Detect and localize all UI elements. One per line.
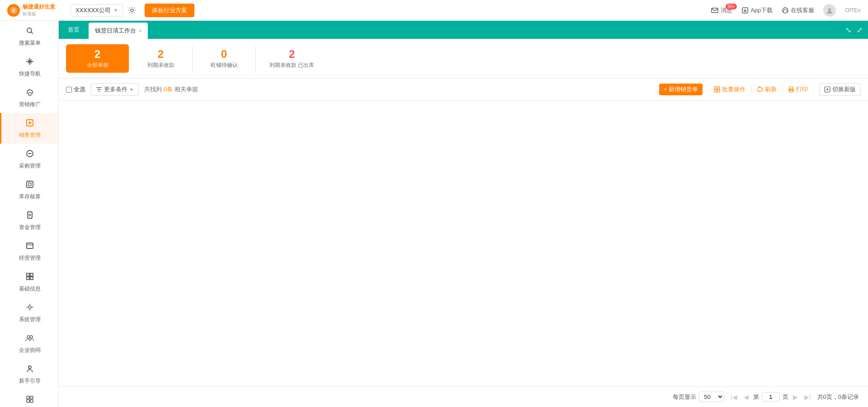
next-page-button[interactable]: ▶ <box>791 393 800 402</box>
sidebar-item-quicknav[interactable]: 快捷导航 <box>0 51 58 82</box>
sidebar-item-purchase[interactable]: 采购管理 <box>0 144 58 174</box>
finance-icon <box>25 211 34 222</box>
top-header: 6 畅捷通好生意 标准版 XXXXXX公司 ▼ 体验行业方案 消息 99+ <box>0 0 868 21</box>
page-input[interactable] <box>762 392 780 402</box>
marketing-icon <box>25 88 34 99</box>
tab-expand-icon[interactable]: ⤢ <box>855 24 864 36</box>
stat-card-shipped[interactable]: 2 到期未收款 已出库 <box>256 44 328 73</box>
svg-rect-14 <box>27 243 33 248</box>
prev-page-button[interactable]: ◀ <box>742 393 750 402</box>
logo-text: 畅捷通好生意 标准版 <box>23 3 55 17</box>
tab-bar: 首页 钱货日清工作台 × ⤡ ⤢ <box>59 21 868 39</box>
svg-rect-11 <box>27 181 33 187</box>
experience-button[interactable]: 体验行业方案 <box>145 4 194 17</box>
quicknav-icon <box>25 57 34 68</box>
svg-rect-26 <box>30 396 33 399</box>
last-page-button[interactable]: ▶| <box>802 393 813 402</box>
stat-card-pending[interactable]: 0 旺铺待确认 <box>193 44 256 73</box>
sidebar-item-newbie[interactable]: 新手引导 <box>0 359 58 389</box>
stat-card-overdue[interactable]: 2 到期未收款 <box>129 44 193 73</box>
tab-close-icon[interactable]: × <box>139 28 142 33</box>
sidebar-item-finance[interactable]: 资金管理 <box>0 205 58 236</box>
sidebar: 搜索菜单 快捷导航 营销推广 销售管理 采购管理 <box>0 21 59 407</box>
settings-icon[interactable] <box>125 3 139 18</box>
online-service-button[interactable]: 在线客服 <box>782 6 814 14</box>
svg-rect-16 <box>30 273 33 276</box>
stat-number-overdue: 2 <box>158 48 164 61</box>
sidebar-item-operations[interactable]: 经营管理 <box>0 236 58 267</box>
svg-point-13 <box>29 214 31 216</box>
svg-rect-3 <box>712 8 718 13</box>
sidebar-item-sales[interactable]: 销售管理 <box>0 113 58 144</box>
divider3 <box>782 86 783 93</box>
sidebar-item-system[interactable]: 系统管理 <box>0 297 58 328</box>
online-service-label: 在线客服 <box>791 6 814 14</box>
svg-point-21 <box>30 336 33 338</box>
svg-rect-8 <box>28 93 31 95</box>
svg-point-2 <box>131 9 133 12</box>
tab-minimize-icon[interactable]: ⤡ <box>844 24 853 36</box>
pagination-bar: 每页显示 10 20 50 100 |◀ ◀ 第 页 ▶ ▶| <box>59 386 868 407</box>
page-size-select[interactable]: 10 20 50 100 <box>699 392 724 402</box>
sidebar-item-marketing[interactable]: 营销推广 <box>0 82 58 113</box>
message-badge: 99+ <box>726 4 737 9</box>
newbie-icon <box>25 364 34 375</box>
search-icon <box>25 26 34 37</box>
chevron-down-icon: ▼ <box>129 87 134 92</box>
svg-rect-23 <box>27 400 29 402</box>
content-area: 首页 钱货日清工作台 × ⤡ ⤢ 2 全部单据 2 到期未收款 <box>59 21 868 407</box>
sales-icon <box>25 118 34 130</box>
svg-rect-24 <box>30 400 33 402</box>
select-all-checkbox[interactable]: 全选 <box>66 85 85 94</box>
svg-rect-25 <box>27 396 29 399</box>
basic-icon <box>25 272 34 283</box>
divider4 <box>813 86 814 93</box>
app-download-button[interactable]: App下载 <box>741 6 773 14</box>
svg-point-20 <box>27 336 30 338</box>
svg-rect-12 <box>28 212 32 218</box>
company-name: XXXXXX公司 <box>75 6 111 14</box>
inventory-icon <box>25 180 34 191</box>
page-content: 2 全部单据 2 到期未收款 0 旺铺待确认 2 到期未收款 已出库 <box>59 39 868 407</box>
toolbar: 全选 更多条件 ▼ 共找到 0条 相关单据 + 新增销货单 <box>59 79 868 101</box>
svg-rect-31 <box>714 90 717 92</box>
page-size-selector: 每页显示 10 20 50 100 <box>673 392 724 402</box>
print-button[interactable]: 打印 <box>788 85 808 94</box>
stat-label-all: 全部单据 <box>87 61 108 69</box>
sidebar-item-basic[interactable]: 基础信息 <box>0 267 58 297</box>
new-sales-button[interactable]: + 新增销货单 <box>659 84 703 95</box>
page-total: 共0页，0条记录 <box>817 393 859 401</box>
tab-home[interactable]: 首页 <box>59 21 89 39</box>
stat-card-all[interactable]: 2 全部单据 <box>66 44 129 73</box>
logo-icon: 6 <box>7 4 20 17</box>
tab-cash-daily[interactable]: 钱货日清工作台 × <box>89 23 148 39</box>
filter-button[interactable]: 更多条件 ▼ <box>91 83 139 96</box>
svg-point-6 <box>828 8 831 11</box>
first-page-button[interactable]: |◀ <box>729 393 739 402</box>
system-icon <box>25 303 34 314</box>
svg-text:6: 6 <box>12 8 15 13</box>
svg-rect-29 <box>714 87 717 89</box>
stat-label-overdue: 到期未收款 <box>147 61 175 69</box>
divider <box>708 86 708 93</box>
avatar[interactable] <box>823 4 836 17</box>
select-all-input[interactable] <box>66 87 72 93</box>
table-area <box>59 101 868 386</box>
sidebar-item-appcenter[interactable]: 应用中心 <box>0 389 58 407</box>
refresh-button[interactable]: 刷新 <box>757 85 777 94</box>
enterprise-icon <box>25 333 34 345</box>
company-selector[interactable]: XXXXXX公司 ▼ <box>71 4 123 17</box>
stats-cards: 2 全部单据 2 到期未收款 0 旺铺待确认 2 到期未收款 已出库 <box>59 39 868 79</box>
message-button[interactable]: 消息 99+ <box>711 6 732 14</box>
sidebar-item-enterprise[interactable]: 企业协同 <box>0 328 58 359</box>
stat-number-pending: 0 <box>221 48 227 61</box>
sidebar-item-search[interactable]: 搜索菜单 <box>0 21 58 51</box>
sidebar-item-inventory[interactable]: 库存核算 <box>0 174 58 205</box>
svg-point-5 <box>783 8 788 13</box>
logo-area: 6 畅捷通好生意 标准版 <box>7 3 66 17</box>
app-download-label: App下载 <box>750 6 773 14</box>
purchase-icon <box>25 149 34 160</box>
toolbar-right: + 新增销货单 批量操作 刷新 打印 <box>659 83 861 96</box>
switch-version-button[interactable]: 切换新版 <box>819 83 861 96</box>
batch-operation-button[interactable]: 批量操作 <box>714 85 745 94</box>
